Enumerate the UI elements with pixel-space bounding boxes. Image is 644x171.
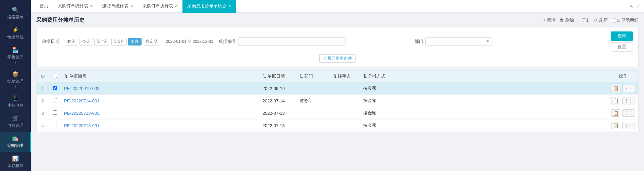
dept-filter: 部门 财务部	[415, 37, 605, 46]
sidebar-label-purchase: 采购管理	[7, 143, 23, 149]
page-header: 采购费用分摊单历史 + 新增 🗑 删除 ↑ 导出 ↺ 刷新 □ 显示明细	[36, 17, 639, 24]
tab-label-purchase-cost-split: 采购费用分摊单历史	[187, 3, 226, 9]
date-btn-7days[interactable]: 近7天	[94, 38, 110, 46]
tab-goods-import-stats[interactable]: 进货单统计表✕	[98, 0, 138, 13]
order-no-link-3[interactable]: PE-20220713-001	[64, 123, 100, 128]
row-checkbox-0[interactable]	[53, 86, 57, 90]
order-no-input[interactable]	[238, 37, 345, 46]
table-row: 3 PE-20220713-003 2022-07-13 按金额 📋 ⋮⋮	[37, 107, 638, 119]
show-detail-label: □ 显示明细	[618, 17, 639, 23]
order-no-label: 单据编号	[219, 38, 236, 45]
add-button[interactable]: + 新增	[543, 17, 555, 23]
header-check	[49, 71, 61, 82]
select-all-checkbox[interactable]	[53, 74, 57, 78]
settings-gear-icon[interactable]: ⚙	[41, 73, 45, 79]
show-detail-checkbox[interactable]: □ 显示明细	[612, 17, 639, 23]
tab-purchase-order-exec[interactable]: 采购订单执行表✕	[138, 0, 182, 13]
more-icon-2[interactable]: ⋮⋮	[622, 109, 635, 117]
order-no-link-2[interactable]: PE-20220713-003	[64, 111, 100, 116]
expand-conditions-btn[interactable]: ∨ 展开更多条件	[319, 54, 355, 63]
row-check-0[interactable]	[49, 82, 61, 95]
sidebar-item-retail[interactable]: 🏪 零售管理 ▼	[0, 44, 31, 68]
maximize-icon[interactable]: ⤢	[636, 4, 640, 9]
tab-close-purchase-order-stats[interactable]: ✕	[90, 4, 93, 8]
filter-buttons: 查询 设置	[611, 31, 633, 52]
dept-cell-3	[296, 119, 330, 132]
row-checkbox-1[interactable]	[53, 98, 57, 102]
handler-cell-3	[330, 119, 360, 132]
date-cell-2: 2022-07-13	[259, 107, 296, 119]
tab-home[interactable]: 首页	[35, 0, 53, 13]
tab-purchase-order-stats[interactable]: 采购订单统计表✕	[53, 0, 98, 13]
header-dept[interactable]: ⇅ 部门	[296, 71, 330, 82]
header-method[interactable]: ⇅ 分摊方式	[360, 71, 608, 82]
sidebar-item-search[interactable]: 🔍 搜索菜单	[0, 3, 31, 23]
sidebar: 🔍 搜索菜单 ⚡ 快捷导航 🏪 零售管理 ▼ 📦 批发管理 ▼ 📱 小畅电商 🛒…	[0, 0, 31, 171]
order-no-cell-1: PE-20220714-001	[61, 95, 259, 107]
date-btn-yesterday[interactable]: 昨天	[65, 38, 78, 46]
ecommerce-icon: 🛒	[12, 115, 19, 121]
dept-cell-2	[296, 107, 330, 119]
table-container: ⚙ ⇅ 单据编号 ⇅ 单据日期 ⇅ 部门	[36, 70, 639, 132]
tab-purchase-cost-split[interactable]: 采购费用分摊单历史✕	[182, 0, 236, 13]
setting-button[interactable]: 设置	[611, 42, 633, 52]
row-checkbox-2[interactable]	[53, 110, 57, 115]
tab-close-purchase-cost-split[interactable]: ✕	[228, 4, 231, 8]
date-btn-today[interactable]: 今天	[79, 38, 93, 46]
edit-icon-0[interactable]: 📋	[611, 85, 620, 92]
date-quick-btns: 昨天 今天 近7天 近1月 更多 自定义	[65, 38, 160, 46]
more-icon-3[interactable]: ⋮⋮	[622, 122, 635, 129]
date-btn-custom[interactable]: 自定义	[143, 38, 160, 46]
query-button[interactable]: 查询	[611, 31, 633, 41]
close-icon[interactable]: ✕	[629, 4, 633, 9]
header-order-no[interactable]: ⇅ 单据编号	[61, 71, 259, 82]
tab-close-purchase-order-exec[interactable]: ✕	[175, 4, 178, 8]
sidebar-item-shortcut[interactable]: ⚡ 快捷导航	[0, 23, 31, 44]
more-icon-1[interactable]: ⋮⋮	[622, 97, 635, 104]
main-area: 首页采购订单统计表✕进货单统计表✕采购订单执行表✕采购费用分摊单历史✕ ✕ ⤢ …	[31, 0, 644, 171]
edit-icon-3[interactable]: 📋	[611, 122, 620, 129]
dept-select[interactable]: 财务部	[425, 37, 492, 46]
sidebar-item-wholesale[interactable]: 📦 批发管理 ▼	[0, 68, 31, 92]
header-action: 操作	[608, 71, 638, 82]
handler-cell-1	[330, 95, 360, 107]
date-range-display: 2022-01-01 至 2022-12-31	[166, 39, 213, 45]
order-no-link-0[interactable]: PE-20220919-002	[64, 86, 100, 91]
show-detail-input[interactable]	[612, 18, 616, 22]
export-button[interactable]: ↑ 导出	[578, 17, 590, 23]
edit-icon-2[interactable]: 📋	[611, 109, 620, 117]
row-check-2[interactable]	[49, 107, 61, 119]
delete-button[interactable]: 🗑 删除	[559, 17, 574, 23]
edit-icon-1[interactable]: 📋	[611, 97, 620, 104]
date-cell-0: 2022-09-19	[259, 82, 296, 95]
toolbar: + 新增 🗑 删除 ↑ 导出 ↺ 刷新 □ 显示明细	[543, 17, 639, 23]
more-icon-0[interactable]: ⋮⋮	[622, 85, 635, 92]
header-gear[interactable]: ⚙	[37, 71, 49, 82]
sidebar-item-ecommerce[interactable]: 🛒 电商管理	[0, 112, 31, 132]
sidebar-item-mini[interactable]: 📱 小畅电商	[0, 92, 31, 112]
sort-icon-method: ⇅	[363, 74, 367, 79]
tab-label-purchase-order-exec: 采购订单执行表	[143, 3, 173, 9]
date-cell-1: 2022-07-14	[259, 95, 296, 107]
order-no-cell-3: PE-20220713-001	[61, 119, 259, 132]
date-btn-more[interactable]: 更多	[128, 38, 142, 46]
refresh-button[interactable]: ↺ 刷新	[594, 17, 608, 23]
sidebar-label-search: 搜索菜单	[7, 14, 23, 20]
tab-label-home: 首页	[40, 3, 48, 9]
order-no-link-1[interactable]: PE-20220714-001	[64, 98, 100, 103]
sidebar-label-inventory: 库存核算	[7, 163, 23, 169]
table-row: 4 PE-20220713-001 2022-07-13 按金额 📋 ⋮⋮	[37, 119, 638, 132]
row-check-3[interactable]	[49, 119, 61, 132]
sidebar-item-purchase[interactable]: 🛍️ 采购管理	[0, 132, 31, 152]
sidebar-item-inventory[interactable]: 📊 库存核算	[0, 152, 31, 171]
row-check-1[interactable]	[49, 95, 61, 107]
header-date[interactable]: ⇅ 单据日期	[259, 71, 296, 82]
sidebar-label-wholesale: 批发管理	[7, 79, 23, 84]
row-checkbox-3[interactable]	[53, 123, 57, 127]
header-handler[interactable]: ⇅ 经手人	[330, 71, 360, 82]
row-num-1: 2	[37, 95, 49, 107]
table-header: ⚙ ⇅ 单据编号 ⇅ 单据日期 ⇅ 部门	[37, 71, 638, 82]
date-btn-1month[interactable]: 近1月	[111, 38, 127, 46]
dept-label: 部门	[415, 38, 423, 45]
tab-close-goods-import-stats[interactable]: ✕	[130, 4, 133, 8]
